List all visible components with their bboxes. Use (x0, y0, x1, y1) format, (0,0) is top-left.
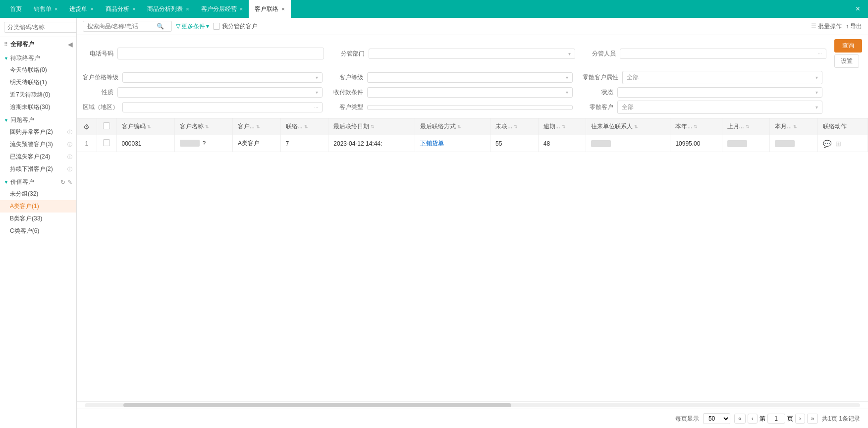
collapse-icon[interactable]: ◀ (68, 41, 72, 48)
nav-product-analysis[interactable]: 商品分析 × (100, 0, 141, 18)
dept-select[interactable]: ▾ (369, 49, 575, 59)
sidebar-item-class-a[interactable]: A类客户(1) (0, 200, 76, 213)
nav-customer-contact[interactable]: 客户联络 × (249, 0, 290, 18)
sidebar-item-abnormal-repurchase[interactable]: 回购异常客户(2) ⓘ (0, 126, 76, 138)
filter-icon: ▽ (176, 23, 180, 30)
person-input[interactable]: ··· (620, 49, 826, 59)
td-year-amount: 10995.00 (670, 135, 722, 152)
sort-icon[interactable]: ⇅ (793, 124, 797, 129)
sidebar-item-tomorrow-pending[interactable]: 明天待联络(1) (0, 76, 76, 89)
data-table-wrapper: ⚙ 客户编码 ⇅ 客户名称 (77, 118, 868, 401)
sidebar-problem-customers-group[interactable]: ▼ 问题客户 (0, 113, 76, 126)
sort-icon[interactable]: ⇅ (457, 124, 461, 129)
sidebar-item-today-pending[interactable]: 今天待联络(0) (0, 64, 76, 76)
close-icon[interactable]: × (132, 6, 135, 12)
payment-select[interactable]: ▾ (367, 87, 572, 98)
select-all-checkbox[interactable] (103, 122, 110, 129)
sort-icon[interactable]: ⇅ (304, 124, 308, 129)
sort-icon[interactable]: ⇅ (147, 124, 151, 129)
sidebar-search-input[interactable] (4, 22, 77, 33)
sort-icon[interactable]: ⇅ (562, 124, 566, 129)
sidebar-item-7days-pending[interactable]: 近7天待联络(0) (0, 89, 76, 101)
export-button[interactable]: ↑ 导出 (846, 22, 862, 31)
prev-page-button[interactable]: ‹ (748, 414, 758, 424)
triangle-icon: ▼ (4, 56, 8, 61)
action-icons-cell: 💬 ⊞ (823, 140, 863, 148)
sort-icon[interactable]: ⇅ (694, 124, 698, 129)
my-customers-checkbox[interactable]: 我分管的客户 (213, 22, 258, 31)
close-icon[interactable]: × (54, 6, 57, 12)
sort-icon[interactable]: ⇅ (205, 124, 209, 129)
th-code: 客户编码 ⇅ (116, 118, 174, 135)
sort-icon[interactable]: ⇅ (514, 124, 518, 129)
info-icon: ⓘ (67, 129, 72, 136)
chevron-down-icon: ▾ (316, 75, 318, 80)
horizontal-scrollbar-wrapper (77, 401, 868, 409)
th-settings: ⚙ (77, 118, 97, 135)
qr-icon[interactable]: ⊞ (835, 140, 841, 148)
retail-attr-select[interactable]: 全部 ▾ (622, 71, 822, 84)
sidebar-all-customers[interactable]: ⠿ 全部客户 ◀ (0, 37, 76, 52)
last-page-button[interactable]: » (807, 414, 818, 424)
nav-customer-segment[interactable]: 客户分层经营 × (195, 0, 249, 18)
settings-button[interactable]: 设置 (834, 54, 859, 68)
sidebar-pending-contact-group[interactable]: ▼ 待联络客户 (0, 52, 76, 64)
refresh-icon[interactable]: ↻ (60, 179, 65, 186)
sidebar-item-class-c[interactable]: C类客户(6) (0, 225, 76, 237)
sort-icon[interactable]: ⇅ (256, 124, 260, 129)
chevron-down-icon: ▾ (566, 90, 568, 95)
nav-home[interactable]: 首页 (4, 0, 28, 18)
page-size-select[interactable]: 50 100 200 (703, 413, 730, 424)
blurred-this-month (775, 140, 795, 147)
area-input[interactable]: ··· (122, 102, 323, 112)
close-icon[interactable]: × (240, 6, 243, 12)
nav-purchase-order[interactable]: 进货单 × (63, 0, 99, 18)
td-contact-count: 7 (280, 135, 328, 152)
status-select[interactable]: ▾ (617, 87, 822, 98)
sort-icon[interactable]: ⇅ (371, 124, 375, 129)
sidebar-search-bar: 🔍 (0, 18, 76, 37)
sidebar: 🔍 ⠿ 全部客户 ◀ ▼ 待联络客户 今天待联络(0) 明天待联络(1) 近7天… (0, 18, 77, 428)
checkbox-icon[interactable] (213, 23, 220, 30)
horizontal-scrollbar-track (85, 403, 860, 407)
nav-sales-order[interactable]: 销售单 × (28, 0, 63, 18)
nav-product-analysis-list[interactable]: 商品分析列表 × (141, 0, 195, 18)
query-button[interactable]: 查询 (834, 39, 862, 53)
top-navigation: 首页 销售单 × 进货单 × 商品分析 × 商品分析列表 × 客户分层经营 × … (0, 0, 868, 18)
retail-customer-select[interactable]: 全部 ▾ (617, 101, 822, 114)
customer-type-select[interactable] (367, 105, 572, 110)
info-icon: ⓘ (67, 154, 72, 160)
close-icon[interactable]: × (186, 6, 189, 12)
edit-icon[interactable]: ✎ (67, 179, 72, 186)
close-icon[interactable]: × (281, 6, 284, 12)
window-close-button[interactable]: × (852, 4, 864, 13)
search-input[interactable] (87, 23, 157, 30)
sort-icon[interactable]: ⇅ (746, 124, 750, 129)
more-conditions-button[interactable]: ▽ 更多条件 ▾ (176, 22, 209, 31)
sidebar-item-declining[interactable]: 持续下滑客户(2) ⓘ (0, 163, 76, 175)
sidebar-item-churned[interactable]: 已流失客户(24) ⓘ (0, 151, 76, 163)
phone-input[interactable] (117, 48, 324, 59)
search-icon[interactable]: 🔍 (157, 23, 164, 30)
settings-gear-icon[interactable]: ⚙ (83, 123, 90, 131)
sidebar-item-churn-warning[interactable]: 流失预警客户(3) ⓘ (0, 138, 76, 151)
td-checkbox (97, 135, 116, 152)
th-no-contact-days: 未联... ⇅ (490, 118, 539, 135)
close-icon[interactable]: × (90, 6, 93, 12)
price-level-select[interactable]: ▾ (122, 72, 323, 83)
sidebar-item-overdue-contact[interactable]: 逾期未联络(30) (0, 101, 76, 113)
batch-operation-button[interactable]: ☰ 批量操作 (811, 22, 842, 31)
message-icon[interactable]: 💬 (823, 140, 831, 148)
sidebar-item-class-b[interactable]: B类客户(33) (0, 213, 76, 225)
customer-level-select[interactable]: ▾ (367, 72, 572, 83)
top-action-buttons: ☰ 批量操作 ↑ 导出 (811, 22, 862, 31)
horizontal-scrollbar-thumb[interactable] (123, 403, 511, 407)
nature-select[interactable]: ▾ (117, 87, 323, 98)
next-page-button[interactable]: › (795, 414, 805, 424)
first-page-button[interactable]: « (734, 414, 746, 424)
row-checkbox[interactable] (103, 139, 110, 146)
page-number-input[interactable] (767, 414, 785, 424)
sidebar-item-unclassified[interactable]: 未分组(32) (0, 188, 76, 200)
sort-icon[interactable]: ⇅ (634, 124, 638, 129)
more-icon: ··· (818, 51, 822, 56)
